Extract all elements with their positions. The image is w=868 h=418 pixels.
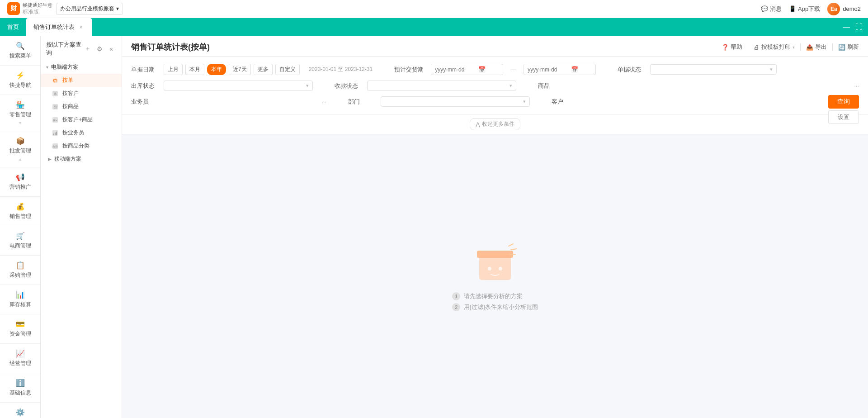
delivery-end-field[interactable] bbox=[528, 66, 568, 73]
staff-filter-label: 业务员 bbox=[131, 98, 156, 106]
last7days-btn[interactable]: 近7天 bbox=[229, 64, 251, 75]
company-selector[interactable]: 办公用品行业模拟账套 ▾ bbox=[56, 3, 123, 15]
date-quick-btns: 上月 本月 本年 近7天 更多 自定义 bbox=[164, 64, 300, 75]
this-year-btn[interactable]: 本年 bbox=[207, 64, 226, 75]
scheme-item-by-product[interactable]: 品 按商品 bbox=[41, 100, 122, 113]
this-month-btn[interactable]: 本月 bbox=[185, 64, 204, 75]
add-icon: ＋ bbox=[85, 45, 91, 53]
sidebar-item-basic[interactable]: ℹ️ 基础信息 bbox=[0, 373, 40, 403]
tab-sales-stat[interactable]: 销售订单统计表 × bbox=[26, 18, 92, 36]
svg-line-19 bbox=[509, 244, 513, 246]
sidebar-item-finance[interactable]: 💳 资金管理 bbox=[0, 314, 40, 344]
cal-start-icon: 📅 bbox=[478, 66, 486, 73]
sidebar-item-search[interactable]: 🔍 搜索菜单 bbox=[0, 36, 40, 66]
tab-home[interactable]: 首页 bbox=[0, 18, 26, 36]
svg-point-18 bbox=[499, 267, 502, 271]
scheme-item-by-cust-prod[interactable]: 客+ 按客户+商品 bbox=[41, 113, 122, 126]
wholesale-arrow-icon: ▴ bbox=[19, 157, 21, 162]
sidebar-operation-label: 经营管理 bbox=[9, 360, 31, 367]
help-btn[interactable]: ❓ 帮助 bbox=[722, 43, 742, 51]
brand-name: 畅捷通好生意 bbox=[23, 2, 52, 8]
product-ellipsis-btn[interactable]: ··· bbox=[854, 82, 859, 89]
custom-date-btn[interactable]: 自定义 bbox=[275, 64, 300, 75]
filter-row-1: 单据日期 上月 本月 本年 近7天 更多 自定义 2023-01-01 至 20… bbox=[131, 64, 859, 75]
sales-icon: 💰 bbox=[16, 202, 25, 211]
sidebar-item-shortcut[interactable]: ⚡ 快捷导航 bbox=[0, 66, 40, 95]
cal-end-icon: 📅 bbox=[571, 66, 578, 73]
sidebar-item-purchase[interactable]: 📋 采购管理 bbox=[0, 256, 40, 285]
delivery-start-field[interactable] bbox=[435, 66, 476, 73]
scheme-group-pc-header[interactable]: ▾ 电脑端方案 bbox=[41, 61, 122, 74]
print-btn[interactable]: 🖨 按模板打印 ▾ bbox=[754, 43, 795, 51]
expected-delivery-label: 预计交货期 bbox=[394, 66, 424, 74]
tab-bar: 首页 销售订单统计表 × — ⛶ bbox=[0, 18, 868, 36]
more-date-btn[interactable]: 更多 bbox=[254, 64, 273, 75]
query-btn[interactable]: 查询 bbox=[828, 95, 859, 109]
delivery-end-input[interactable]: 📅 bbox=[524, 64, 596, 75]
collapse-bar: ⋀ 收起更多条件 bbox=[122, 114, 868, 134]
customer-filter-area: ··· bbox=[584, 98, 859, 105]
by-order-label: 按单 bbox=[62, 76, 73, 84]
main-layout: 🔍 搜索菜单 ⚡ 快捷导航 🏪 零售管理 ▾ 📦 批发管理 ▴ 📢 营销推广 💰… bbox=[0, 36, 868, 418]
sidebar-item-operation[interactable]: 📈 经营管理 bbox=[0, 344, 40, 373]
wholesale-icon: 📦 bbox=[16, 137, 25, 145]
bill-status-arrow-icon: ▾ bbox=[770, 66, 773, 72]
delivery-start-input[interactable]: 📅 bbox=[431, 64, 503, 75]
by-cust-prod-label: 按客户+商品 bbox=[62, 116, 93, 124]
top-bar: 财 畅捷通好生意 标准版 办公用品行业模拟账套 ▾ 💬 消息 📱 App下载 E… bbox=[0, 0, 868, 18]
scheme-item-by-customer[interactable]: 客 按客户 bbox=[41, 87, 122, 100]
mobile-group-arrow: ▶ bbox=[48, 157, 52, 162]
tab-fullscreen-btn[interactable]: ⛶ bbox=[854, 21, 864, 33]
sidebar: 🔍 搜索菜单 ⚡ 快捷导航 🏪 零售管理 ▾ 📦 批发管理 ▴ 📢 营销推广 💰… bbox=[0, 36, 41, 418]
tab-minimize-btn[interactable]: — bbox=[841, 21, 852, 33]
collapse-panel-btn[interactable]: « bbox=[106, 44, 116, 54]
sidebar-search-label: 搜索菜单 bbox=[9, 52, 31, 60]
brand-edition: 标准版 bbox=[23, 8, 52, 16]
last-month-btn[interactable]: 上月 bbox=[164, 64, 183, 75]
sidebar-item-sales[interactable]: 💰 销售管理 bbox=[0, 197, 40, 226]
filter-row-3: 业务员 ··· 部门 ▾ 客户 ··· bbox=[131, 96, 859, 107]
tab-close-btn[interactable]: × bbox=[77, 24, 85, 31]
top-bar-right: 💬 消息 📱 App下载 Ea demo2 bbox=[761, 3, 861, 15]
sidebar-item-system[interactable]: ⚙️ 系统管理 bbox=[0, 403, 40, 418]
export-btn[interactable]: 📤 导出 bbox=[806, 43, 827, 51]
sidebar-wholesale-label: 批发管理 bbox=[9, 147, 31, 155]
collapse-conditions-btn[interactable]: ⋀ 收起更多条件 bbox=[470, 118, 520, 130]
sidebar-item-marketing[interactable]: 📢 营销推广 bbox=[0, 167, 40, 197]
svg-line-20 bbox=[511, 249, 517, 250]
page-actions: ❓ 帮助 🖨 按模板打印 ▾ 📤 导出 bbox=[722, 43, 859, 51]
download-icon: 📱 bbox=[789, 5, 796, 12]
message-btn[interactable]: 💬 消息 bbox=[761, 5, 782, 13]
out-status-select[interactable]: ▾ bbox=[164, 81, 313, 91]
refresh-icon: 🔄 bbox=[838, 44, 845, 51]
dept-select[interactable]: ▾ bbox=[381, 96, 530, 107]
empty-content: 1 请先选择要分析的方案 2 用[过滤]条件来缩小分析范围 bbox=[452, 242, 538, 311]
app-download-btn[interactable]: 📱 App下载 bbox=[789, 5, 820, 13]
user-profile-btn[interactable]: Ea demo2 bbox=[827, 3, 861, 15]
scheme-item-by-order[interactable]: 单 按单 bbox=[41, 74, 122, 87]
settings-btn[interactable]: 设置 bbox=[828, 110, 859, 124]
svg-rect-16 bbox=[477, 251, 513, 258]
svg-rect-11 bbox=[55, 133, 56, 135]
pay-status-select[interactable]: ▾ bbox=[367, 81, 516, 91]
bill-status-select[interactable]: ▾ bbox=[650, 64, 777, 75]
scheme-item-by-staff[interactable]: 按业务员 bbox=[41, 126, 122, 139]
svg-text:单: 单 bbox=[54, 79, 57, 82]
scheme-item-by-category[interactable]: 分类 按商品分类 bbox=[41, 139, 122, 152]
sidebar-item-ecommerce[interactable]: 🛒 电商管理 bbox=[0, 226, 40, 256]
bill-status-label: 单据状态 bbox=[618, 66, 643, 74]
scheme-group-mobile-header[interactable]: ▶ 移动端方案 bbox=[41, 152, 122, 166]
scheme-settings-btn[interactable]: ⚙ bbox=[94, 44, 104, 54]
dept-arrow-icon: ▾ bbox=[523, 99, 526, 104]
system-icon: ⚙️ bbox=[16, 408, 25, 417]
customer-filter-label: 客户 bbox=[552, 98, 577, 106]
staff-ellipsis-btn[interactable]: ··· bbox=[321, 98, 326, 105]
out-status-label: 出库状态 bbox=[131, 82, 156, 90]
logo-icon: 财 bbox=[7, 2, 20, 15]
sidebar-item-inventory[interactable]: 📊 库存核算 bbox=[0, 285, 40, 314]
tip-text-2: 用[过滤]条件来缩小分析范围 bbox=[464, 303, 538, 311]
sidebar-item-wholesale[interactable]: 📦 批发管理 ▴ bbox=[0, 131, 40, 167]
refresh-btn[interactable]: 🔄 刷新 bbox=[838, 43, 859, 51]
sidebar-item-retail[interactable]: 🏪 零售管理 ▾ bbox=[0, 95, 40, 131]
add-scheme-btn[interactable]: ＋ bbox=[83, 44, 93, 54]
